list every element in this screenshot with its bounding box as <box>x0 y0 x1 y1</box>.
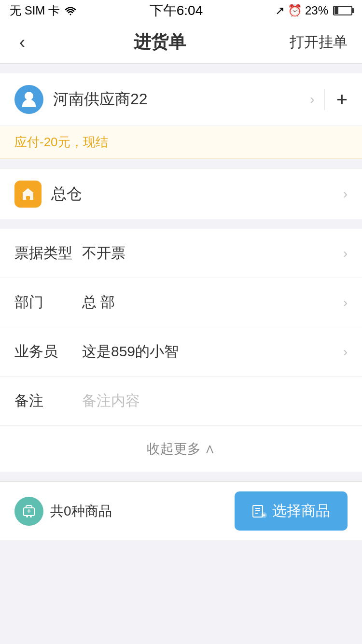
product-count-text: 共0种商品 <box>50 502 112 520</box>
salesperson-value: 这是859的小智 <box>82 342 343 362</box>
supplier-chevron-icon: › <box>310 92 314 107</box>
status-bar: 无 SIM 卡 下午6:04 ↗ ⏰ 23% <box>0 0 362 21</box>
supplier-name: 河南供应商22 <box>53 89 310 110</box>
supplier-section: 河南供应商22 › + 应付-20元，现结 <box>0 73 362 159</box>
invoice-type-label: 票据类型 <box>14 243 82 263</box>
bottom-bar: 共0种商品 选择商品 <box>0 481 362 540</box>
warehouse-name: 总仓 <box>51 183 343 205</box>
warehouse-row[interactable]: 总仓 › <box>0 168 362 219</box>
invoice-type-value: 不开票 <box>82 243 343 263</box>
separator-1 <box>0 64 362 73</box>
alarm-icon: ⏰ <box>288 4 302 17</box>
status-left: 无 SIM 卡 <box>10 3 77 18</box>
page-title: 进货单 <box>134 30 186 54</box>
back-button[interactable]: ‹ <box>14 28 30 57</box>
department-chevron-icon: › <box>343 295 348 310</box>
svg-point-2 <box>26 516 28 518</box>
open-pending-button[interactable]: 打开挂单 <box>290 32 348 52</box>
select-product-icon <box>252 504 267 519</box>
notice-banner: 应付-20元，现结 <box>0 126 362 159</box>
separator-2 <box>0 159 362 168</box>
avatar-person-icon <box>21 92 37 107</box>
cart-icon <box>21 503 37 519</box>
wifi-icon <box>64 6 77 15</box>
warehouse-chevron-icon: › <box>343 186 348 202</box>
nav-bar: ‹ 进货单 打开挂单 <box>0 21 362 64</box>
salesperson-label: 业务员 <box>14 342 82 362</box>
salesperson-chevron-icon: › <box>343 344 348 360</box>
supplier-avatar <box>14 85 43 114</box>
carrier-text: 无 SIM 卡 <box>10 3 60 18</box>
gray-area <box>0 540 362 644</box>
status-time: 下午6:04 <box>150 1 203 20</box>
form-section: 票据类型 不开票 › 部门 总 部 › 业务员 这是859的小智 › 备注 备注… <box>0 229 362 472</box>
location-icon: ↗ <box>275 4 285 17</box>
add-supplier-button[interactable]: + <box>336 89 348 111</box>
warehouse-icon <box>20 186 36 202</box>
department-row[interactable]: 部门 总 部 › <box>0 278 362 327</box>
select-product-label: 选择商品 <box>272 501 330 521</box>
remark-row[interactable]: 备注 备注内容 <box>0 377 362 426</box>
invoice-type-chevron-icon: › <box>343 246 348 261</box>
svg-point-3 <box>30 516 32 518</box>
product-count-wrap: 共0种商品 <box>14 497 112 526</box>
salesperson-row[interactable]: 业务员 这是859的小智 › <box>0 327 362 377</box>
department-label: 部门 <box>14 293 82 312</box>
remark-input[interactable]: 备注内容 <box>82 391 348 411</box>
supplier-row[interactable]: 河南供应商22 › + <box>0 73 362 126</box>
cart-icon-wrap <box>14 497 43 526</box>
warehouse-icon-wrap <box>14 181 42 208</box>
select-product-button[interactable]: 选择商品 <box>235 491 348 531</box>
status-right: ↗ ⏰ 23% <box>275 4 352 17</box>
warehouse-section: 总仓 › <box>0 168 362 219</box>
collapse-button[interactable]: 收起更多 ∧ <box>0 426 362 472</box>
vertical-divider <box>324 89 325 110</box>
battery-percent: 23% <box>305 4 328 17</box>
battery-icon <box>333 6 352 15</box>
svg-rect-0 <box>26 196 30 200</box>
remark-label: 备注 <box>14 391 82 411</box>
invoice-type-row[interactable]: 票据类型 不开票 › <box>0 229 362 278</box>
department-value: 总 部 <box>82 293 343 312</box>
